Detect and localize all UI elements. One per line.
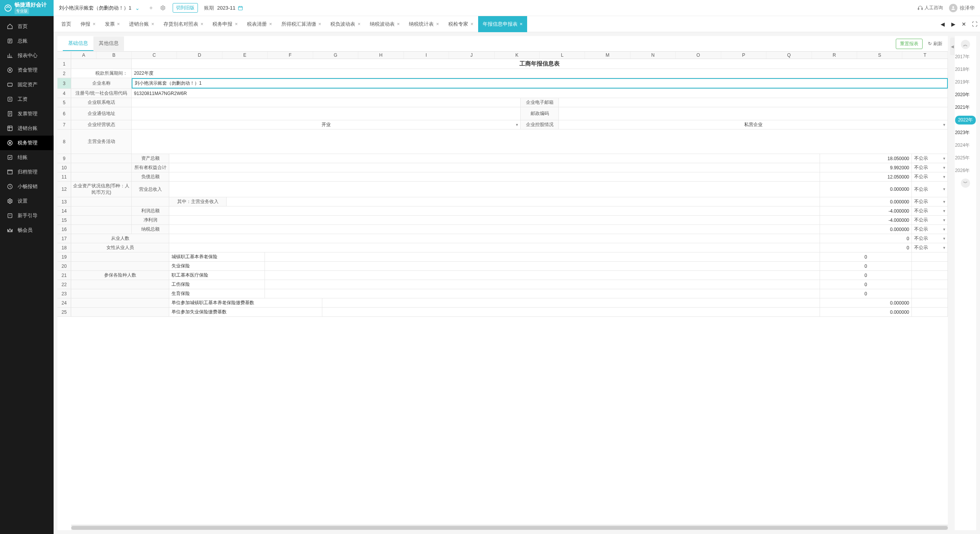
nav-close[interactable]: 结账	[0, 150, 54, 165]
tab[interactable]: 税表清册×	[242, 16, 277, 32]
close-icon[interactable]: ×	[117, 21, 120, 27]
value-cell[interactable]	[265, 280, 820, 289]
col-header[interactable]: N	[630, 52, 676, 59]
nav-xc[interactable]: 小畅报销	[0, 179, 54, 194]
tab[interactable]: 年报信息申报表×	[478, 16, 528, 32]
row-header[interactable]: 20	[57, 262, 71, 270]
row-header[interactable]: 17	[57, 234, 71, 243]
fullscreen-icon[interactable]: ⛶	[969, 16, 980, 32]
col-header[interactable]: B	[96, 52, 132, 59]
avatar[interactable]	[949, 4, 957, 12]
chevron-down-icon[interactable]: ⌄	[135, 5, 140, 11]
period-value[interactable]: 2023-11	[217, 5, 235, 11]
nav-tax[interactable]: 税务管理	[0, 136, 54, 150]
spreadsheet[interactable]: ABCDEFGHIJKLMNOPQRST 1工商年报信息表2税款所属期间：202…	[57, 51, 948, 530]
value-cell[interactable]: 不公示▼	[912, 163, 948, 172]
calendar-icon[interactable]	[238, 5, 243, 11]
tab[interactable]: 税务申报×	[208, 16, 242, 32]
col-header[interactable]: P	[721, 52, 766, 59]
tab-prev-icon[interactable]: ◀	[937, 16, 948, 32]
year-item[interactable]: 2020年	[955, 88, 976, 101]
value-cell[interactable]: 2022年度	[132, 69, 948, 78]
gear-icon[interactable]	[160, 5, 166, 11]
company-name-cell[interactable]: 刘小艳演示账套（勿删勿动！）1	[132, 78, 948, 88]
nav-archive[interactable]: 归档管理	[0, 165, 54, 179]
nav-home[interactable]: 首页	[0, 19, 54, 34]
value-cell[interactable]	[265, 289, 820, 298]
tab[interactable]: 首页	[57, 16, 76, 32]
value-cell[interactable]	[169, 206, 820, 215]
col-header[interactable]: O	[676, 52, 721, 59]
value-cell[interactable]: 0.000000	[820, 225, 912, 234]
value-cell[interactable]: 不公示▼	[912, 197, 948, 206]
value-cell[interactable]: 不公示▼	[912, 225, 948, 234]
tab-close-all-icon[interactable]: ✕	[959, 16, 969, 32]
close-icon[interactable]: ×	[397, 21, 400, 27]
year-item[interactable]: 2021年	[955, 101, 976, 114]
close-icon[interactable]: ×	[269, 21, 272, 27]
close-icon[interactable]: ×	[520, 21, 523, 27]
tab[interactable]: 所得税汇算清缴×	[277, 16, 326, 32]
account-selector[interactable]: 刘小艳演示账套（勿删勿动！）1	[59, 5, 131, 11]
col-header[interactable]: S	[857, 52, 902, 59]
year-item[interactable]: 2022年	[955, 116, 976, 124]
value-cell[interactable]: 私营企业▼	[559, 120, 948, 129]
value-cell[interactable]: 开业▼	[132, 120, 521, 129]
row-header[interactable]: 7	[57, 120, 71, 129]
row-header[interactable]: 15	[57, 216, 71, 224]
value-cell[interactable]	[169, 216, 820, 224]
value-cell[interactable]: 18.050000	[820, 154, 912, 163]
nav-guide[interactable]: 新手引导	[0, 208, 54, 223]
row-header[interactable]: 25	[57, 308, 71, 316]
h-scrollbar[interactable]	[71, 525, 948, 530]
consult-button[interactable]: 人工咨询	[918, 5, 943, 11]
value-cell[interactable]	[169, 234, 820, 243]
row-header[interactable]: 6	[57, 107, 71, 120]
value-cell[interactable]	[169, 243, 820, 252]
row-header[interactable]: 19	[57, 252, 71, 261]
col-header[interactable]: I	[404, 52, 449, 59]
row-header[interactable]: 2	[57, 69, 71, 78]
year-down-icon[interactable]: ︾	[961, 179, 970, 188]
value-cell[interactable]	[265, 271, 820, 280]
tab[interactable]: 进销台账×	[124, 16, 159, 32]
row-header[interactable]: 23	[57, 289, 71, 298]
col-header[interactable]: D	[177, 52, 222, 59]
col-header[interactable]: L	[540, 52, 585, 59]
col-header[interactable]: K	[495, 52, 540, 59]
close-icon[interactable]: ×	[93, 21, 96, 27]
row-header[interactable]: 14	[57, 206, 71, 215]
row-header[interactable]: 10	[57, 163, 71, 172]
v-scrollbar[interactable]	[949, 36, 952, 530]
row-header[interactable]: 5	[57, 98, 71, 107]
value-cell[interactable]	[265, 262, 820, 270]
year-up-icon[interactable]: ︽	[961, 40, 970, 49]
close-icon[interactable]: ×	[151, 21, 154, 27]
grid-body[interactable]: 1工商年报信息表2税款所属期间：2022年度3企业名称刘小艳演示账套（勿删勿动！…	[57, 59, 948, 525]
nav-ledger[interactable]: 总账	[0, 34, 54, 48]
value-cell[interactable]	[169, 225, 820, 234]
row-header[interactable]: 4	[57, 89, 71, 98]
close-icon[interactable]: ×	[470, 21, 474, 27]
close-icon[interactable]: ×	[436, 21, 439, 27]
col-header[interactable]: F	[268, 52, 313, 59]
value-cell[interactable]: 0	[820, 252, 912, 261]
year-panel-toggle[interactable]: ◀	[950, 38, 955, 55]
value-cell[interactable]	[265, 252, 820, 261]
nav-funds[interactable]: 资金管理	[0, 63, 54, 77]
value-cell[interactable]: 0	[820, 271, 912, 280]
close-icon[interactable]: ×	[358, 21, 361, 27]
tab-next-icon[interactable]: ▶	[948, 16, 959, 32]
row-header[interactable]: 3	[57, 78, 71, 88]
row-header[interactable]: 13	[57, 197, 71, 206]
value-cell[interactable]: 0	[820, 243, 912, 252]
nav-salary[interactable]: 工资	[0, 92, 54, 106]
value-cell[interactable]: 0	[820, 289, 912, 298]
row-header[interactable]: 9	[57, 154, 71, 163]
value-cell[interactable]	[227, 197, 820, 206]
value-cell[interactable]: 0	[820, 262, 912, 270]
tab[interactable]: 纳税统计表×	[404, 16, 444, 32]
username[interactable]: 徐泽华	[960, 5, 975, 11]
tab[interactable]: 伸报×	[76, 16, 100, 32]
col-header[interactable]: C	[132, 52, 177, 59]
